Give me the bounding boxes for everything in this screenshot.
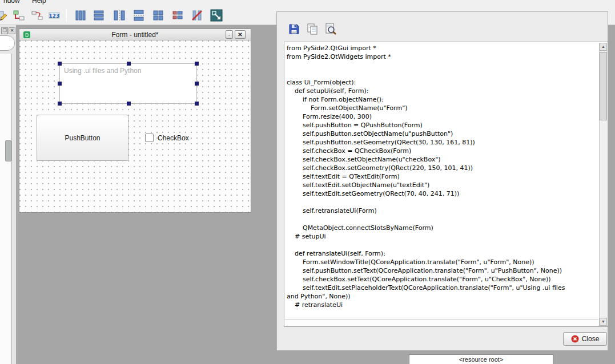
- save-icon: [287, 22, 301, 36]
- widget-edit-mode-button[interactable]: [0, 8, 9, 23]
- selection-handle[interactable]: [58, 82, 62, 86]
- checkbox-indicator[interactable]: [145, 134, 154, 142]
- edit-buddies-icon: [31, 9, 43, 22]
- layout-form-button[interactable]: [170, 8, 185, 23]
- selection-handle[interactable]: [127, 62, 131, 66]
- break-layout-icon: [191, 9, 203, 22]
- form-close-button[interactable]: ✕: [235, 30, 246, 39]
- widgetbox-panel: [0, 54, 12, 364]
- checkbox-widget[interactable]: CheckBox: [145, 126, 203, 149]
- textedit-widget-selected[interactable]: Using .ui files and Python: [59, 63, 197, 104]
- widget-edit-mode-icon: [0, 9, 8, 22]
- find-button[interactable]: [323, 22, 338, 37]
- scroll-up-button[interactable]: ▲: [600, 43, 607, 51]
- toolbar-separator: [66, 9, 67, 22]
- textedit-placeholder-text: Using .ui files and Python: [64, 67, 141, 75]
- svg-text:123: 123: [49, 13, 60, 19]
- layout-horizontally-button[interactable]: [73, 8, 88, 23]
- selection-handle[interactable]: [127, 102, 131, 106]
- selection-handle[interactable]: [58, 62, 62, 66]
- form-window-title: Form - untitled*: [19, 31, 251, 39]
- pushbutton-widget[interactable]: PushButton: [37, 115, 128, 161]
- selection-handle[interactable]: [58, 102, 62, 106]
- checkbox-label: CheckBox: [158, 134, 189, 142]
- layout-grid-icon: [152, 9, 164, 22]
- adjust-size-icon: [210, 9, 223, 22]
- form-minimize-button[interactable]: -: [226, 30, 233, 39]
- scrollbar-thumb[interactable]: [600, 52, 607, 120]
- widgetbox-filter-input[interactable]: [0, 35, 15, 51]
- edit-tab-order-icon: 123: [48, 9, 61, 22]
- widgetbox-scrollbar-thumb[interactable]: [5, 140, 11, 161]
- close-button-label: Close: [582, 335, 600, 343]
- layout-horizontally-icon: [74, 9, 87, 22]
- break-layout-button[interactable]: [190, 8, 204, 23]
- form-designer-window: D Form - untitled* - ✕ Using .ui files a…: [19, 29, 251, 213]
- layout-vertical-splitter-icon: [132, 9, 145, 22]
- resource-root-header[interactable]: <resource root>: [409, 354, 553, 364]
- find-icon: [324, 22, 337, 36]
- horizontal-scrollbar[interactable]: [285, 319, 598, 326]
- layout-vertically-button[interactable]: [91, 8, 106, 23]
- dock-close-button[interactable]: ✕: [9, 27, 15, 34]
- dock-float-button[interactable]: ❐: [1, 27, 8, 34]
- layout-vertically-icon: [93, 9, 105, 22]
- layout-grid-button[interactable]: [151, 8, 166, 23]
- vertical-scrollbar[interactable]: ▲ ▼: [599, 43, 607, 326]
- save-button[interactable]: [287, 22, 302, 37]
- edit-signals-slots-button[interactable]: [11, 8, 26, 23]
- scroll-down-button[interactable]: ▼: [600, 318, 607, 326]
- form-window-titlebar[interactable]: D Form - untitled* - ✕: [19, 29, 251, 41]
- selection-handle[interactable]: [195, 82, 199, 86]
- copy-icon: [306, 22, 319, 36]
- edit-tab-order-button[interactable]: 123: [47, 8, 62, 23]
- code-editor[interactable]: from PySide2.QtGui import * from PySide2…: [287, 44, 598, 318]
- menu-window[interactable]: ndow: [1, 0, 22, 5]
- layout-horizontal-splitter-icon: [113, 9, 126, 22]
- selection-handle[interactable]: [195, 62, 199, 66]
- adjust-size-button[interactable]: [209, 8, 224, 23]
- qt-designer-screen: ndow Help: [0, 0, 615, 364]
- copy-button[interactable]: [305, 22, 320, 37]
- left-dock-fragment: ❐ ✕: [0, 25, 16, 364]
- edit-signals-slots-icon: [13, 9, 25, 22]
- form-canvas[interactable]: Using .ui files and Python PushButton Ch…: [19, 41, 251, 212]
- code-preview-dialog: from PySide2.QtGui import * from PySide2…: [276, 11, 608, 351]
- layout-horizontal-splitter-button[interactable]: [112, 8, 127, 23]
- close-button[interactable]: Close: [563, 332, 607, 346]
- close-circle-icon: [571, 335, 579, 343]
- layout-vertical-splitter-button[interactable]: [131, 8, 146, 23]
- layout-form-icon: [171, 9, 184, 22]
- selection-handle[interactable]: [195, 102, 199, 106]
- code-frame: from PySide2.QtGui import * from PySide2…: [284, 42, 608, 327]
- edit-buddies-button[interactable]: [30, 8, 45, 23]
- menu-help[interactable]: Help: [30, 0, 49, 5]
- pushbutton-label: PushButton: [65, 134, 100, 142]
